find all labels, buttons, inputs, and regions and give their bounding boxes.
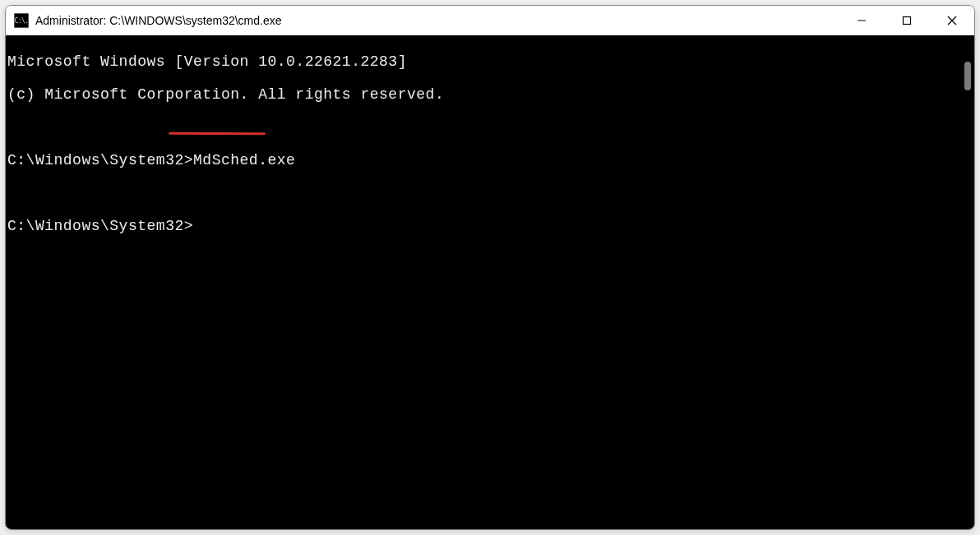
titlebar[interactable]: C:\. Administrator: C:\WINDOWS\system32\…: [6, 6, 974, 35]
svg-rect-1: [903, 17, 910, 25]
cmd-window: C:\. Administrator: C:\WINDOWS\system32\…: [5, 5, 975, 530]
cmd-icon: C:\.: [14, 13, 29, 28]
red-underline-annotation: [169, 132, 266, 136]
minimize-button[interactable]: [839, 6, 884, 35]
prompt-path-2: C:\Windows\System32>: [7, 218, 193, 234]
window-title: Administrator: C:\WINDOWS\system32\cmd.e…: [35, 14, 282, 27]
close-icon: [947, 16, 957, 25]
terminal-line-prompt2: C:\Windows\System32>: [7, 218, 974, 234]
command-text: MdSched.exe: [193, 152, 295, 168]
maximize-button[interactable]: [884, 6, 929, 35]
minimize-icon: [857, 16, 867, 25]
maximize-icon: [902, 16, 912, 25]
terminal-line-blank1: [7, 119, 974, 136]
cmd-icon-text: C:\.: [14, 17, 28, 25]
terminal-line-version: Microsoft Windows [Version 10.0.22621.22…: [7, 53, 974, 70]
terminal-output[interactable]: Microsoft Windows [Version 10.0.22621.22…: [6, 35, 974, 529]
terminal-line-command1: C:\Windows\System32>MdSched.exe: [7, 152, 974, 168]
scrollbar-track[interactable]: [959, 37, 973, 528]
scrollbar-thumb[interactable]: [964, 62, 971, 90]
close-button[interactable]: [929, 6, 974, 35]
prompt-path-1: C:\Windows\System32>: [7, 152, 193, 168]
terminal-line-copyright: (c) Microsoft Corporation. All rights re…: [7, 86, 974, 103]
terminal-line-blank2: [7, 185, 974, 201]
window-controls: [839, 6, 974, 35]
